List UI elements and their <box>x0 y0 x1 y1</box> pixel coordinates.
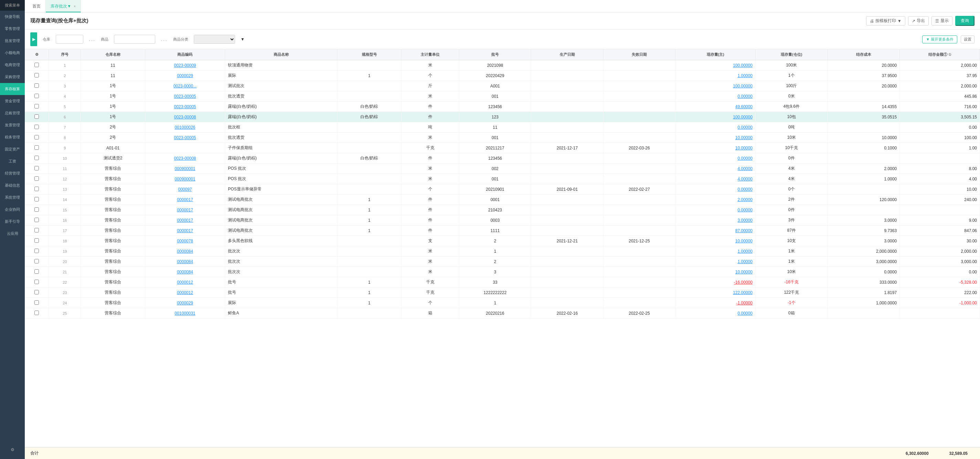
row-code[interactable] <box>145 143 225 153</box>
row-qty-main[interactable]: 10.00000 <box>675 143 756 153</box>
row-code[interactable]: 0000084 <box>145 257 225 267</box>
row-qty-main[interactable]: 10.00000 <box>675 267 756 277</box>
row-settings[interactable] <box>25 102 49 112</box>
row-settings[interactable] <box>25 122 49 132</box>
row-settings[interactable] <box>25 236 49 246</box>
row-checkbox[interactable] <box>34 73 39 78</box>
row-code[interactable]: 0000012 <box>145 277 225 287</box>
row-qty-main[interactable]: 1.00000 <box>675 246 756 257</box>
row-code[interactable]: 001000031 <box>145 308 225 319</box>
sidebar-item-资金管理[interactable]: 资金管理 <box>0 95 25 107</box>
row-settings[interactable] <box>25 246 49 257</box>
row-checkbox[interactable] <box>34 280 39 284</box>
row-settings[interactable] <box>25 174 49 184</box>
row-qty-main[interactable]: -16.00000 <box>675 277 756 287</box>
row-checkbox[interactable] <box>34 311 39 315</box>
row-code[interactable]: 0000012 <box>145 287 225 298</box>
print-dropdown-icon[interactable]: ▼ <box>897 19 902 24</box>
row-checkbox[interactable] <box>34 63 39 67</box>
row-code[interactable]: 0000017 <box>145 205 225 215</box>
tab-close-icon[interactable]: × <box>74 5 76 8</box>
row-checkbox[interactable] <box>34 176 39 181</box>
row-code[interactable]: 000097 <box>145 184 225 194</box>
row-checkbox[interactable] <box>34 269 39 274</box>
sidebar-item-基础信息[interactable]: 基础信息 <box>0 179 25 191</box>
row-checkbox[interactable] <box>34 207 39 212</box>
category-dropdown-icon[interactable]: ▼ <box>240 37 245 41</box>
row-settings[interactable] <box>25 226 49 236</box>
row-qty-main[interactable]: 1.00000 <box>675 70 756 81</box>
row-settings[interactable] <box>25 132 49 143</box>
row-settings[interactable] <box>25 184 49 194</box>
sidebar-item-库存核算[interactable]: 库存核算 <box>0 83 25 95</box>
sidebar-item-工资[interactable]: 工资 <box>0 155 25 167</box>
row-settings[interactable] <box>25 194 49 205</box>
sidebar-item-采购管理[interactable]: 采购管理 <box>0 71 25 83</box>
sidebar-item-快捷导航[interactable]: 快捷导航 <box>0 11 25 23</box>
goods-input[interactable] <box>114 35 155 44</box>
tab-home[interactable]: 首页 <box>27 0 46 13</box>
row-qty-main[interactable]: 4.00000 <box>675 174 756 184</box>
row-code[interactable]: 0000017 <box>145 194 225 205</box>
warehouse-input[interactable] <box>56 35 83 44</box>
row-settings[interactable] <box>25 81 49 91</box>
row-qty-main[interactable]: 49.60000 <box>675 102 756 112</box>
row-code[interactable]: 0000078 <box>145 236 225 246</box>
row-qty-main[interactable]: 0.00000 <box>675 308 756 319</box>
sidebar-item-发票管理[interactable]: 发票管理 <box>0 119 25 131</box>
row-code[interactable]: 0023-00005 <box>145 132 225 143</box>
row-code[interactable]: 000900001 <box>145 174 225 184</box>
row-code[interactable]: 0023-00005 <box>145 91 225 102</box>
row-code[interactable]: 0023-0000... <box>145 81 225 91</box>
row-qty-main[interactable]: 100.00000 <box>675 112 756 122</box>
category-select[interactable] <box>194 35 235 44</box>
tab-current[interactable]: 库存批次▼ × <box>46 0 81 13</box>
row-settings[interactable] <box>25 277 49 287</box>
row-checkbox[interactable] <box>34 228 39 233</box>
sidebar-item-云应用[interactable]: 云应用 <box>0 228 25 240</box>
row-settings[interactable] <box>25 267 49 277</box>
row-checkbox[interactable] <box>34 83 39 88</box>
row-qty-main[interactable]: -1.00000 <box>675 298 756 308</box>
row-code[interactable]: 0000084 <box>145 246 225 257</box>
row-code[interactable]: 001000026 <box>145 122 225 132</box>
row-code[interactable]: 0023-00008 <box>145 153 225 164</box>
sidebar-search[interactable]: 搜索菜单 <box>0 0 25 11</box>
balance-info-icon[interactable]: ① <box>948 53 951 56</box>
row-code[interactable]: 0023-00008 <box>145 112 225 122</box>
sidebar-item-系统管理[interactable]: 系统管理 <box>0 191 25 204</box>
query-button[interactable]: 查询 <box>955 16 975 26</box>
row-checkbox[interactable] <box>34 114 39 119</box>
sidebar-item-零售管理[interactable]: 零售管理 <box>0 23 25 35</box>
row-settings[interactable] <box>25 205 49 215</box>
row-checkbox[interactable] <box>34 300 39 305</box>
row-settings[interactable] <box>25 70 49 81</box>
row-code[interactable]: 0000029 <box>145 70 225 81</box>
settings-gear-icon[interactable]: ⚙ <box>9 444 16 456</box>
row-code[interactable]: 0000017 <box>145 226 225 236</box>
row-qty-main[interactable]: 4.00000 <box>675 164 756 174</box>
row-checkbox[interactable] <box>34 197 39 201</box>
sidebar-item-批发管理[interactable]: 批发管理 <box>0 35 25 47</box>
row-settings[interactable] <box>25 287 49 298</box>
sidebar-item-新手引导[interactable]: 新手引导 <box>0 215 25 228</box>
row-checkbox[interactable] <box>34 125 39 129</box>
row-settings[interactable] <box>25 215 49 226</box>
row-qty-main[interactable]: 0.00000 <box>675 122 756 132</box>
row-qty-main[interactable]: 0.00000 <box>675 153 756 164</box>
row-checkbox[interactable] <box>34 145 39 150</box>
row-qty-main[interactable]: 3.00000 <box>675 215 756 226</box>
th-settings[interactable]: ⚙ <box>25 49 49 60</box>
row-settings[interactable] <box>25 308 49 319</box>
row-settings[interactable] <box>25 298 49 308</box>
row-qty-main[interactable]: 100.00000 <box>675 81 756 91</box>
row-checkbox[interactable] <box>34 186 39 191</box>
row-checkbox[interactable] <box>34 104 39 108</box>
row-code[interactable]: 0023-00005 <box>145 102 225 112</box>
row-settings[interactable] <box>25 164 49 174</box>
sidebar-item-固定资产[interactable]: 固定资产 <box>0 143 25 155</box>
row-code[interactable]: 0023-00009 <box>145 60 225 70</box>
sidebar-item-经营管理[interactable]: 经营管理 <box>0 167 25 179</box>
row-checkbox[interactable] <box>34 259 39 263</box>
row-checkbox[interactable] <box>34 249 39 253</box>
